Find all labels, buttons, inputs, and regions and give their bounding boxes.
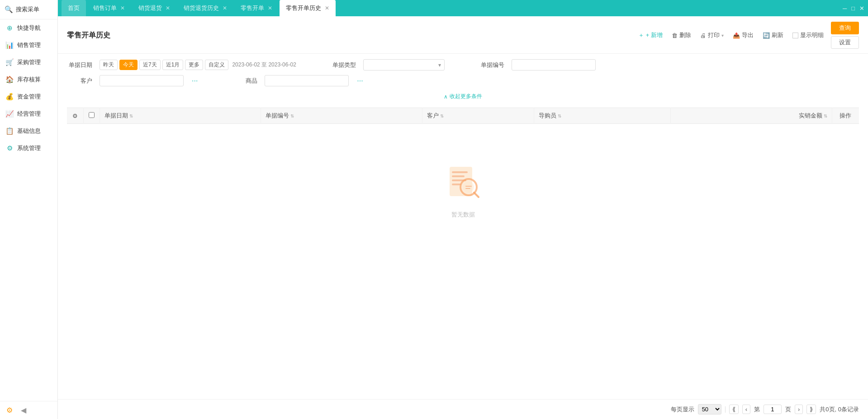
goods-picker-icon[interactable]: ··· — [357, 77, 363, 85]
tab-sales-order[interactable]: 销售订单 ✕ — [87, 0, 131, 16]
topbar-right: ─ □ ✕ — [843, 5, 864, 12]
page-number-input[interactable] — [764, 405, 782, 414]
th-settings[interactable]: ⚙ — [67, 108, 83, 124]
sidebar-item-finance[interactable]: 💰 资金管理 — [0, 88, 57, 105]
tab-sales-order-close[interactable]: ✕ — [120, 5, 125, 11]
sidebar-search[interactable]: 🔍 搜索采单 — [0, 0, 57, 19]
tab-retail-open-history-label: 零售开单历史 — [286, 4, 321, 12]
per-page-select[interactable]: 10 20 50 100 — [698, 404, 721, 414]
doc-no-input[interactable] — [512, 59, 596, 71]
print-arrow: ▾ — [721, 33, 724, 38]
page-title: 零售开单历史 — [67, 31, 110, 40]
page-content: 零售开单历史 ＋ + 新增 🗑 删除 🖨 打印 ▾ 📤 导出 — [58, 16, 868, 419]
settings-icon[interactable]: ⚙ — [6, 406, 13, 414]
tab-retail-open[interactable]: 零售开单 ✕ — [234, 0, 279, 16]
th-op-label: 操作 — [840, 112, 851, 119]
print-button[interactable]: 🖨 打印 ▾ — [698, 30, 726, 40]
tab-retail-open-history[interactable]: 零售开单历史 ✕ — [280, 0, 336, 16]
th-date[interactable]: 单据日期 ⇅ — [100, 108, 261, 124]
doc-type-label: 单据类型 — [331, 61, 356, 69]
tab-retail-open-history-close[interactable]: ✕ — [325, 5, 329, 11]
date-btn-today[interactable]: 今天 — [119, 60, 138, 70]
total-info: 共0页, 0条记录 — [820, 405, 859, 414]
new-button[interactable]: ＋ + 新增 — [636, 30, 664, 40]
page-header: 零售开单历史 ＋ + 新增 🗑 删除 🖨 打印 ▾ 📤 导出 — [58, 16, 868, 54]
th-no[interactable]: 单据编号 ⇅ — [261, 108, 422, 124]
tab-sales-return-history[interactable]: 销货退货历史 ✕ — [177, 0, 233, 16]
prev-page-button[interactable]: ‹ — [742, 405, 750, 414]
settings-button[interactable]: 设置 — [831, 36, 859, 49]
date-btn-1month[interactable]: 近1月 — [162, 60, 184, 70]
delete-icon: 🗑 — [672, 32, 678, 39]
first-page-button[interactable]: ⟪ — [729, 405, 739, 414]
export-button[interactable]: 📤 导出 — [731, 30, 755, 40]
sidebar-item-label: 资金管理 — [17, 93, 41, 101]
search-icon: 🔍 — [5, 5, 13, 14]
purchase-mgmt-icon: 🛒 — [5, 58, 14, 66]
date-btn-custom[interactable]: 自定义 — [205, 60, 228, 70]
query-group: 查询 设置 — [831, 22, 859, 49]
pagination-bar: 每页显示 10 20 50 100 ⟪ ‹ 第 页 › ⟫ 共0页, 0条记录 — [58, 399, 868, 419]
tab-sales-return[interactable]: 销货退货 ✕ — [132, 0, 176, 16]
doc-type-select[interactable] — [363, 59, 445, 71]
query-button[interactable]: 查询 — [831, 22, 859, 34]
window-maximize[interactable]: □ — [851, 5, 855, 12]
sort-icon-customer: ⇅ — [440, 113, 444, 118]
filter-area: 单据日期 昨天 今天 近7天 近1月 更多 自定义 2023-06-02 至 2… — [58, 54, 868, 108]
window-close[interactable]: ✕ — [859, 5, 864, 12]
th-amount[interactable]: 实销金额 ⇅ — [670, 108, 832, 124]
sidebar-item-inventory[interactable]: 🏠 库存核算 — [0, 71, 57, 88]
select-all-checkbox[interactable] — [89, 112, 95, 118]
date-btn-7days[interactable]: 近7天 — [139, 60, 161, 70]
sidebar-item-label: 基础信息 — [17, 127, 41, 135]
next-page-button[interactable]: › — [795, 405, 803, 414]
sidebar: 🔍 搜索采单 ⊕ 快捷导航 📊 销售管理 🛒 采购管理 🏠 库存核算 💰 资金管… — [0, 0, 58, 419]
th-customer[interactable]: 客户 ⇅ — [422, 108, 534, 124]
refresh-button[interactable]: 🔄 刷新 — [761, 30, 785, 40]
toolbar: ＋ + 新增 🗑 删除 🖨 打印 ▾ 📤 导出 🔄 — [636, 22, 859, 49]
th-guide[interactable]: 导购员 ⇅ — [534, 108, 670, 124]
delete-button[interactable]: 🗑 删除 — [670, 30, 693, 40]
operation-icon: 📈 — [5, 110, 14, 118]
export-icon: 📤 — [733, 32, 740, 39]
date-btn-yesterday[interactable]: 昨天 — [100, 60, 118, 70]
sort-icon-amount: ⇅ — [824, 113, 827, 118]
finance-icon: 💰 — [5, 93, 14, 101]
sidebar-item-basic-info[interactable]: 📋 基础信息 — [0, 122, 57, 140]
table-container: ⚙ 单据日期 ⇅ 单据编号 — [58, 108, 868, 399]
delete-label: 删除 — [679, 31, 691, 39]
tab-retail-open-label: 零售开单 — [241, 4, 264, 12]
th-checkbox[interactable] — [83, 108, 100, 124]
goods-input[interactable] — [265, 75, 349, 86]
window-minimize[interactable]: ─ — [843, 5, 847, 12]
tab-sales-return-close[interactable]: ✕ — [166, 5, 170, 11]
th-date-label: 单据日期 — [104, 112, 128, 120]
sidebar-item-system-mgmt[interactable]: ⚙ 系统管理 — [0, 140, 57, 157]
settings-gear-icon: ⚙ — [72, 113, 78, 119]
pagination-divider — [725, 406, 726, 413]
collapse-icon[interactable]: ◀ — [21, 406, 26, 414]
tab-home[interactable]: 首页 — [62, 0, 86, 16]
customer-picker-icon[interactable]: ··· — [192, 77, 198, 85]
topbar: 首页 销售订单 ✕ 销货退货 ✕ 销货退货历史 ✕ 零售开单 ✕ 零售开单历史 … — [58, 0, 868, 16]
sidebar-item-quick-nav[interactable]: ⊕ 快捷导航 — [0, 19, 57, 37]
display-detail-button[interactable]: 显示明细 — [791, 30, 825, 40]
sidebar-item-sales-mgmt[interactable]: 📊 销售管理 — [0, 37, 57, 54]
sidebar-item-label: 经营管理 — [17, 110, 41, 118]
per-page-label: 每页显示 — [671, 405, 694, 414]
tab-sales-return-history-close[interactable]: ✕ — [223, 5, 227, 11]
tab-sales-return-label: 销货退货 — [138, 4, 162, 12]
th-customer-label: 客户 — [427, 112, 439, 120]
sidebar-item-purchase-mgmt[interactable]: 🛒 采购管理 — [0, 54, 57, 71]
last-page-button[interactable]: ⟫ — [806, 405, 816, 414]
tab-retail-open-close[interactable]: ✕ — [268, 5, 272, 11]
sort-icon-date: ⇅ — [129, 113, 133, 118]
collapse-bar[interactable]: ∧ 收起更多条件 — [67, 91, 859, 104]
sidebar-item-label: 采购管理 — [17, 58, 41, 66]
export-label: 导出 — [742, 31, 754, 39]
date-btn-more[interactable]: 更多 — [185, 60, 203, 70]
refresh-label: 刷新 — [772, 31, 783, 39]
checkbox-icon — [792, 33, 798, 38]
sidebar-item-operation[interactable]: 📈 经营管理 — [0, 105, 57, 122]
customer-input[interactable] — [100, 75, 184, 86]
